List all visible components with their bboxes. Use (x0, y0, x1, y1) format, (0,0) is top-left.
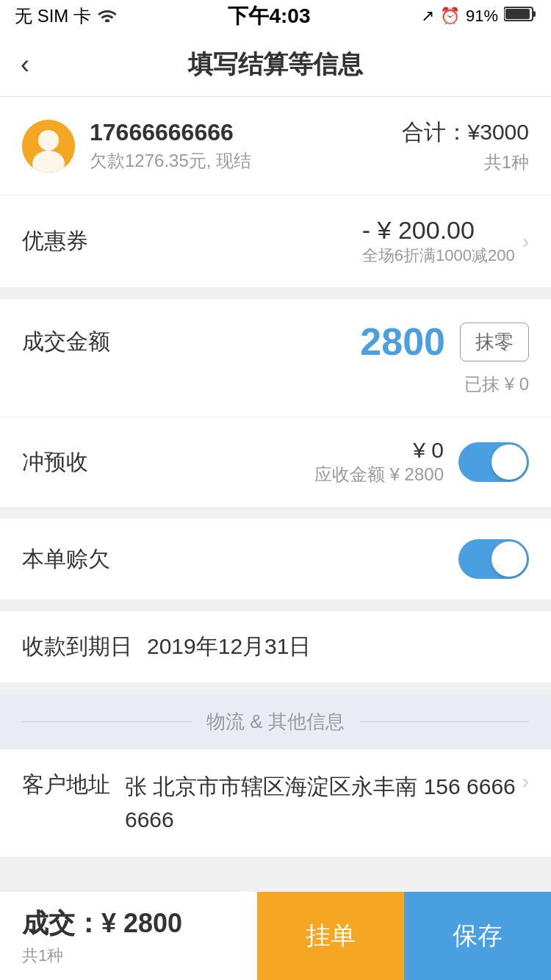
amount-row: 成交金额 2800 抹零 (22, 320, 529, 364)
status-time: 下午4:03 (228, 2, 310, 30)
bottom-transaction-label: 成交： (22, 908, 101, 938)
address-section[interactable]: 客户地址 张 北京市市辖区海淀区永丰南 156 6666 6666 › (0, 749, 551, 857)
user-info: 17666666666 欠款1276.35元, 现结 (90, 119, 251, 173)
user-phone: 17666666666 (90, 119, 251, 146)
prepay-row: 冲预收 ¥ 0 应收金额 ¥ 2800 (0, 417, 551, 507)
amount-sub: 已抹 ¥ 0 (22, 372, 529, 396)
location-icon: ↗ (421, 7, 434, 26)
user-right: 合计：¥3000 共1种 (402, 118, 529, 174)
debt-label: 本单赊欠 (22, 544, 110, 574)
round-button[interactable]: 抹零 (460, 323, 529, 361)
prepay-amount-block: ¥ 0 应收金额 ¥ 2800 (314, 438, 444, 486)
user-card: 17666666666 欠款1276.35元, 现结 合计：¥3000 共1种 … (0, 97, 551, 287)
address-chevron-icon: › (522, 770, 529, 793)
logistics-line-left (22, 721, 192, 722)
user-left: 17666666666 欠款1276.35元, 现结 (22, 119, 251, 173)
status-right: ↗ ⏰ 91% (421, 6, 536, 26)
battery-level: 91% (466, 7, 498, 26)
bottom-info: 成交：¥ 2800 共1种 (0, 906, 257, 967)
address-content: 张 北京市市辖区海淀区永丰南 156 6666 6666 (125, 770, 522, 836)
back-button[interactable]: ‹ (21, 49, 29, 80)
amount-section: 成交金额 2800 抹零 已抹 ¥ 0 (0, 299, 551, 417)
wifi-icon (97, 6, 118, 26)
avatar (22, 120, 75, 173)
user-sub: 欠款1276.35元, 现结 (90, 149, 251, 173)
toggle-knob (491, 444, 527, 480)
nav-bar: ‹ 填写结算等信息 (0, 32, 551, 97)
bottom-transaction-value: ¥ 2800 (101, 908, 182, 938)
amount-card: 成交金额 2800 抹零 已抹 ¥ 0 冲预收 ¥ 0 应收金额 ¥ 2800 (0, 299, 551, 507)
due-date-section: 收款到期日 2019年12月31日 (0, 611, 551, 682)
debt-toggle[interactable] (458, 539, 529, 579)
coupon-row[interactable]: 优惠券 - ¥ 200.00 全场6折满1000减200 › (0, 195, 551, 287)
coupon-amount: - ¥ 200.00 (362, 216, 515, 245)
due-date-label: 收款到期日 (22, 632, 132, 662)
prepay-amount: ¥ 0 (314, 438, 444, 463)
prepay-label: 冲预收 (22, 447, 88, 478)
bottom-count: 共1种 (22, 945, 235, 967)
debt-section: 本单赊欠 (0, 519, 551, 599)
chevron-right-icon: › (522, 230, 529, 253)
amount-label: 成交金额 (22, 327, 110, 357)
battery-icon (504, 6, 536, 26)
status-left: 无 SIM 卡 (15, 4, 118, 28)
due-date-value: 2019年12月31日 (147, 632, 311, 662)
address-label: 客户地址 (22, 770, 110, 800)
coupon-label: 优惠券 (22, 226, 88, 256)
amount-right: 2800 抹零 (360, 320, 529, 364)
svg-rect-2 (533, 11, 536, 17)
bottom-transaction: 成交：¥ 2800 (22, 906, 235, 942)
status-bar: 无 SIM 卡 下午4:03 ↗ ⏰ 91% (0, 0, 551, 32)
sim-indicator: 无 SIM 卡 (15, 4, 91, 28)
svg-point-4 (38, 130, 59, 151)
amount-value: 2800 (360, 320, 445, 364)
prepay-toggle[interactable] (458, 442, 529, 482)
content-area: 17666666666 欠款1276.35元, 现结 合计：¥3000 共1种 … (0, 97, 551, 980)
svg-rect-1 (505, 9, 530, 19)
logistics-divider: 物流 & 其他信息 (0, 694, 551, 749)
logistics-line-right (359, 721, 529, 722)
logistics-text: 物流 & 其他信息 (192, 709, 359, 735)
page-title: 填写结算等信息 (188, 48, 363, 82)
save-button[interactable]: 保存 (404, 892, 551, 980)
debt-row: 本单赊欠 (22, 539, 529, 579)
due-date-row: 收款到期日 2019年12月31日 (22, 632, 529, 662)
debt-toggle-knob (491, 541, 527, 577)
prepay-sub: 应收金额 ¥ 2800 (314, 463, 444, 486)
coupon-right: - ¥ 200.00 全场6折满1000减200 › (362, 216, 529, 267)
user-row: 17666666666 欠款1276.35元, 现结 合计：¥3000 共1种 (0, 97, 551, 195)
user-total: 合计：¥3000 (402, 118, 529, 148)
pending-button[interactable]: 挂单 (257, 892, 404, 980)
bottom-bar: 成交：¥ 2800 共1种 挂单 保存 (0, 892, 551, 980)
user-count: 共1种 (402, 151, 529, 174)
address-row: 客户地址 张 北京市市辖区海淀区永丰南 156 6666 6666 › (22, 770, 529, 836)
prepay-right: ¥ 0 应收金额 ¥ 2800 (314, 438, 529, 486)
coupon-desc: 全场6折满1000减200 (362, 245, 515, 267)
alarm-icon: ⏰ (440, 7, 460, 26)
